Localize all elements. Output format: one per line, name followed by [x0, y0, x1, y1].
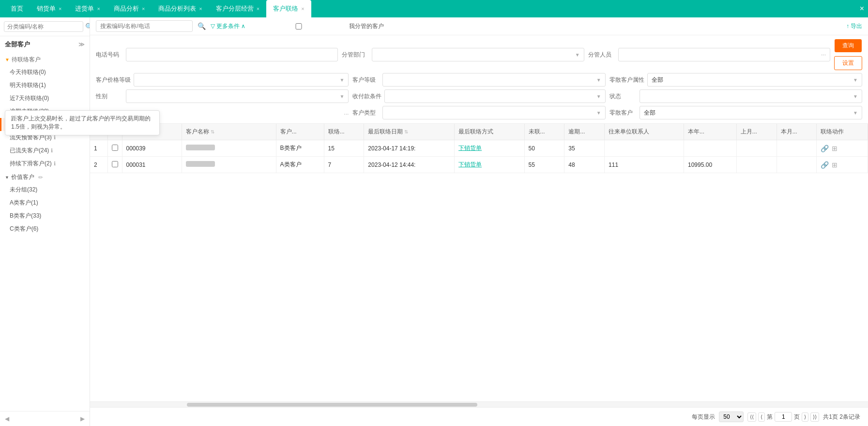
tab-customer-segment[interactable]: 客户分层经营 × [209, 0, 266, 17]
sidebar-item-already-lost[interactable]: 已流失客户(24) ℹ [0, 144, 90, 157]
payment-chevron-icon: ▼ [596, 94, 601, 99]
filter-payment: 收付款条件 ▼ [352, 89, 605, 103]
my-customer-check[interactable] [250, 23, 347, 29]
customer-type-select[interactable]: ▼ [382, 106, 605, 119]
category-search-input[interactable] [4, 21, 83, 32]
tab-purchase[interactable]: 进货单 × [68, 0, 107, 17]
action-icons: 🔗 ⊞ [821, 161, 864, 169]
search-input[interactable] [96, 20, 193, 32]
cell-checkbox[interactable] [107, 140, 122, 157]
cell-code: 000039 [122, 140, 182, 157]
all-customers-header[interactable]: 全部客户 ≫ [0, 36, 90, 53]
tab-customer-contact[interactable]: 客户联络 × [266, 0, 311, 17]
tab-analysis[interactable]: 商品分析 × [107, 0, 152, 17]
action-link-icon[interactable]: 🔗 [821, 161, 829, 169]
action-link-icon[interactable]: 🔗 [821, 145, 829, 152]
page-number-input[interactable] [775, 412, 792, 422]
tab-analysis-list[interactable]: 商品分析列表 × [152, 0, 209, 17]
export-button[interactable]: ↑ 导出 [846, 22, 862, 30]
col-contacts[interactable]: 往来单位联系人 [605, 124, 684, 140]
col-category[interactable]: 客户... [276, 124, 324, 140]
gender-select[interactable]: ▼ [126, 89, 349, 103]
manager-ellipsis[interactable]: ··· [821, 51, 826, 58]
action-grid-icon[interactable]: ⊞ [832, 145, 838, 152]
more-conditions-btn[interactable]: ▽ 更多条件 ∧ [211, 22, 245, 30]
filter-gender: 性别 ▼ [96, 89, 349, 103]
cell-this-month [777, 157, 817, 173]
collapse-icon: ≫ [78, 41, 85, 48]
retail-attr-select[interactable]: 全部 ▼ [647, 73, 862, 87]
action-buttons: 查询 设置 [834, 39, 862, 70]
action-grid-icon[interactable]: ⊞ [832, 161, 838, 169]
sidebar-item-ungroup[interactable]: 未分组(32) [0, 183, 90, 196]
cell-contacts [605, 140, 684, 157]
customer-level-select[interactable]: ▼ [382, 73, 605, 87]
cell-checkbox[interactable] [107, 157, 122, 173]
contact-method-link[interactable]: 下销货单 [458, 145, 482, 151]
close-purchase-tab[interactable]: × [97, 0, 100, 17]
col-overdue[interactable]: 逾期... [564, 124, 605, 140]
cell-contacts: 111 [605, 157, 684, 173]
filter-search-icon[interactable]: 🔍 [198, 22, 206, 30]
col-name[interactable]: 客户名称 ⇅ [182, 124, 276, 140]
scroll-thumb[interactable] [187, 403, 477, 407]
advanced-filter: 电话号码 分管部门 ▼ 分管人员 ··· [90, 35, 868, 124]
col-this-month[interactable]: 本月... [777, 124, 817, 140]
table-row: 1 000039 B类客户 15 2023-04-17 14:19: 下销货单 … [90, 140, 868, 157]
sidebar-next-btn[interactable]: ▶ [80, 415, 85, 422]
payment-select[interactable]: ▼ [384, 89, 605, 103]
status-select[interactable]: ▼ [640, 89, 862, 103]
next-page-btn[interactable]: ⟩ [802, 412, 808, 422]
filter-retail-customer: 零散客户 全部 ▼ [609, 106, 862, 119]
price-level-select[interactable]: ▼ [134, 73, 349, 87]
col-last-method[interactable]: 最后联络方式 [455, 124, 524, 140]
prev-page-btn[interactable]: ⟨ [758, 412, 765, 422]
settings-button[interactable]: 设置 [834, 56, 862, 70]
sidebar-prev-btn[interactable]: ◀ [5, 415, 9, 422]
col-last-date[interactable]: 最后联络日期 ⇅ [364, 124, 455, 140]
sidebar-item-b-class[interactable]: B类客户(33) [0, 209, 90, 222]
sidebar: 🔍 全部客户 ≫ ▼ 待联络客户 今天待联络(0) 明天待联络(1) 近7天待联… [0, 17, 90, 426]
sidebar-item-tomorrow[interactable]: 明天待联络(1) [0, 79, 90, 92]
cell-last-method: 下销货单 [455, 157, 524, 173]
price-level-label: 客户价格等级 [96, 76, 131, 84]
close-analysis-list-tab[interactable]: × [199, 0, 202, 17]
phone-input[interactable] [126, 48, 338, 61]
close-segment-tab[interactable]: × [257, 0, 259, 17]
query-button[interactable]: 查询 [835, 39, 862, 52]
contact-method-link[interactable]: 下销货单 [458, 161, 482, 168]
sidebar-item-7days[interactable]: 近7天待联络(0) [0, 92, 90, 105]
dept-select[interactable]: ▼ [372, 48, 584, 61]
last-page-btn[interactable]: ⟩⟩ [810, 412, 819, 422]
sidebar-item-today[interactable]: 今天待联络(0) [0, 66, 90, 79]
my-customer-checkbox[interactable]: 我分管的客户 [250, 22, 384, 30]
cell-action: 🔗 ⊞ [817, 157, 868, 173]
triangle-icon: ▼ [5, 57, 10, 62]
per-page-select[interactable]: 50 100 200 [719, 411, 744, 422]
col-last-month[interactable]: 上月... [736, 124, 777, 140]
sidebar-search-area: 🔍 [0, 17, 90, 36]
manager-select[interactable]: ··· [618, 48, 830, 61]
category-search-icon[interactable]: 🔍 [85, 23, 90, 30]
sidebar-item-c-class[interactable]: C类客户(6) [0, 222, 90, 235]
close-contact-tab[interactable]: × [301, 0, 304, 17]
first-page-btn[interactable]: ⟨⟨ [747, 412, 756, 422]
cell-this-year [684, 140, 737, 157]
edit-value-icon[interactable]: ✏ [38, 174, 43, 181]
close-all-button[interactable]: × [860, 4, 864, 13]
cell-action: 🔗 ⊞ [817, 140, 868, 157]
horizontal-scrollbar[interactable] [90, 401, 868, 407]
retail-customer-select[interactable]: 全部 ▼ [640, 106, 862, 119]
tab-sales[interactable]: 销货单 × [30, 0, 68, 17]
sidebar-item-declining[interactable]: 持续下滑客户(2) ℹ [0, 157, 90, 170]
filter-row-1: 电话号码 分管部门 ▼ 分管人员 ··· [96, 39, 862, 70]
close-analysis-tab[interactable]: × [142, 0, 145, 17]
sidebar-item-a-class[interactable]: A类客户(1) [0, 196, 90, 209]
col-pending[interactable]: 未联... [524, 124, 564, 140]
value-customers-group[interactable]: ▼ 价值客户 ✏ [0, 170, 90, 183]
filter-ellipsis[interactable]: ... [344, 109, 349, 116]
col-this-year[interactable]: 本年... [684, 124, 737, 140]
tab-home[interactable]: 首页 [4, 0, 30, 17]
col-contact[interactable]: 联络... [324, 124, 364, 140]
close-sales-tab[interactable]: × [59, 0, 61, 17]
